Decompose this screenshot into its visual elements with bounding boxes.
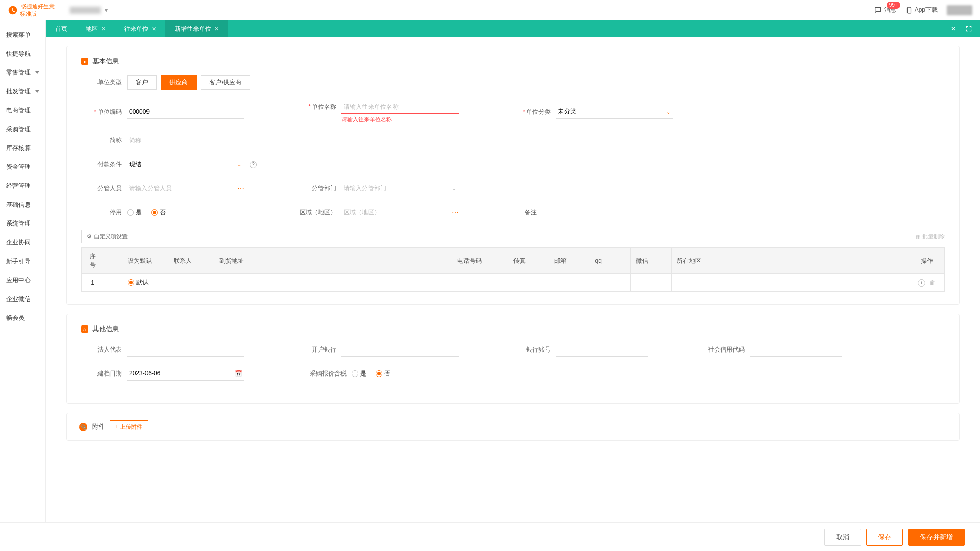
pay-terms-label: 付款条件 [81,160,122,169]
close-all-tabs-icon[interactable]: ✕ [948,23,959,34]
trash-icon: 🗑 [915,234,921,240]
logo-icon [8,5,18,15]
table-header: 邮箱 [549,248,590,274]
tab-close-icon[interactable]: ✕ [214,26,219,32]
tax-label: 采购报价含税 [296,369,347,378]
sidebar-item-4[interactable]: 电商管理 [0,101,45,120]
table-row: 1 默认 [82,274,945,292]
save-button[interactable]: 保存 [866,529,903,546]
user-avatar[interactable] [947,5,972,15]
delete-row-icon[interactable]: 🗑 [929,279,936,287]
attachment-label: 附件 [92,422,105,431]
sidebar-item-1[interactable]: 快捷导航 [0,44,45,63]
table-header: 所在地区 [671,248,909,274]
unit-code-input[interactable] [127,105,244,119]
pay-terms-select[interactable] [127,158,244,171]
sidebar-item-7[interactable]: 资金管理 [0,158,45,177]
tab-1[interactable]: 地区✕ [77,20,115,37]
sidebar-item-8[interactable]: 经营管理 [0,177,45,195]
unit-name-input[interactable] [341,100,459,114]
add-row-icon[interactable]: + [918,279,925,287]
manager-input[interactable] [127,182,234,195]
cell-fax[interactable] [508,274,549,292]
more-icon[interactable]: ⋯ [452,209,459,217]
help-icon[interactable]: ? [250,161,257,168]
brand-logo: 畅捷通好生意 标准版 [8,3,55,18]
credit-input[interactable] [750,343,842,357]
manager-label: 分管人员 [81,184,122,193]
table-header: 传真 [508,248,549,274]
tax-yes-radio[interactable]: 是 [352,369,366,378]
sidebar-item-2[interactable]: 零售管理 [0,63,45,82]
cell-phone[interactable] [452,274,508,292]
table-header: 操作 [909,248,945,274]
remark-label: 备注 [510,208,537,217]
sidebar-item-5[interactable]: 采购管理 [0,120,45,139]
cell-region[interactable] [671,274,909,292]
tab-0[interactable]: 首页 [46,20,77,37]
sidebar-item-3[interactable]: 批发管理 [0,82,45,101]
unit-class-label: 单位分类 [510,108,551,116]
app-download-button[interactable]: App下载 [905,6,938,14]
sidebar-item-13[interactable]: 应用中心 [0,271,45,290]
dept-select[interactable] [341,182,459,195]
row-checkbox[interactable] [110,279,116,285]
legal-label: 法人代表 [81,345,122,354]
company-selector[interactable]: ▾ [70,7,162,14]
remark-input[interactable] [542,206,724,219]
sidebar-item-11[interactable]: 企业协同 [0,233,45,252]
cell-wechat[interactable] [630,274,671,292]
batch-delete-button[interactable]: 🗑 批量删除 [915,233,945,240]
unit-type-option-2[interactable]: 客户/供应商 [201,75,250,90]
tax-no-radio[interactable]: 否 [376,369,390,378]
legal-input[interactable] [127,343,244,357]
cell-contact[interactable] [168,274,214,292]
save-and-new-button[interactable]: 保存并新增 [908,529,965,546]
brand-edition: 标准版 [20,10,55,18]
table-header: 微信 [630,248,671,274]
fullscreen-icon[interactable] [964,23,974,34]
messages-button[interactable]: 消息 99+ [874,6,896,14]
cell-qq[interactable] [590,274,630,292]
custom-fields-button[interactable]: ⚙ 自定义项设置 [81,230,133,243]
table-header: 序号 [82,248,104,274]
sidebar-item-9[interactable]: 基础信息 [0,195,45,214]
phone-icon [905,7,913,14]
tab-close-icon[interactable]: ✕ [152,26,156,32]
svg-rect-0 [907,7,911,13]
attachment-section: 📎 附件 + 上传附件 [66,413,960,441]
cell-email[interactable] [549,274,590,292]
sidebar-item-0[interactable]: 搜索菜单 [0,26,45,44]
download-label: App下载 [915,6,938,14]
abbr-input[interactable] [127,134,244,147]
table-header: qq [590,248,630,274]
region-input[interactable] [341,206,449,219]
more-icon[interactable]: ⋯ [237,185,245,193]
bank-input[interactable] [341,343,459,357]
section-icon: ⌂ [81,325,88,333]
sidebar-item-12[interactable]: 新手引导 [0,252,45,271]
sidebar-item-6[interactable]: 库存核算 [0,139,45,158]
unit-type-option-1[interactable]: 供应商 [161,75,197,90]
unit-type-option-0[interactable]: 客户 [127,75,157,90]
section-icon: ▸ [81,58,88,65]
sidebar-item-10[interactable]: 系统管理 [0,214,45,233]
table-header: 到货地址 [214,248,452,274]
tab-3[interactable]: 新增往来单位✕ [165,20,228,37]
disable-no-radio[interactable]: 否 [151,208,166,217]
tab-close-icon[interactable]: ✕ [101,26,106,32]
credit-label: 社会信用代码 [694,345,745,354]
disable-yes-radio[interactable]: 是 [127,208,142,217]
account-input[interactable] [556,343,648,357]
unit-class-select[interactable] [556,105,673,119]
filedate-input[interactable] [127,367,244,381]
attachment-icon: 📎 [79,423,87,431]
row-default-radio[interactable]: 默认 [128,278,149,287]
select-all-checkbox[interactable] [110,257,116,263]
cell-address[interactable] [214,274,452,292]
tab-2[interactable]: 往来单位✕ [115,20,165,37]
upload-attachment-button[interactable]: + 上传附件 [110,420,148,433]
sidebar-item-14[interactable]: 企业微信 [0,290,45,309]
cancel-button[interactable]: 取消 [824,529,861,546]
sidebar-item-15[interactable]: 畅会员 [0,309,45,328]
